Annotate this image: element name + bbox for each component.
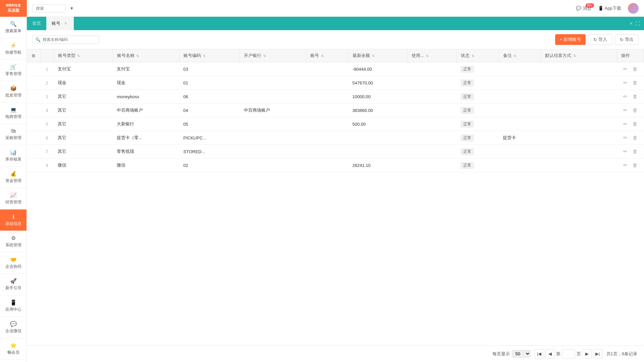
remark — [499, 159, 541, 172]
account-name: 零售抵现 — [113, 145, 179, 159]
message-button[interactable]: 💬 消息 99+ — [576, 5, 591, 11]
topbar-dropdown[interactable]: ▼ — [70, 6, 74, 11]
topbar-search-input[interactable] — [32, 4, 66, 12]
next-page-button[interactable]: ▶ — [582, 349, 592, 359]
accounts-table: ⚙ 账号类型 ⇅ 账号名称 ⇅ 账号编码 ⇅ 开户银行 ⇅ 账号 ⇅ 最新余额 … — [27, 49, 644, 172]
remark — [499, 90, 541, 104]
row-settings[interactable] — [27, 104, 40, 117]
maximize-icon[interactable]: ⛶ — [635, 21, 640, 26]
delete-button[interactable]: 🗑 — [631, 79, 640, 86]
table-row: 8 微信 微信 02 28241.10 正常 ✏ 🗑 — [27, 159, 644, 172]
row-settings[interactable] — [27, 62, 40, 76]
remark — [499, 117, 541, 131]
row-num: 3 — [40, 90, 54, 104]
opening-bank-col-header[interactable]: 开户银行 ⇅ — [240, 49, 306, 62]
delete-button[interactable]: 🗑 — [631, 162, 640, 169]
tab-account[interactable]: 账号× — [46, 17, 74, 30]
sidebar-label-purchase-mgmt: 采购管理 — [5, 135, 21, 141]
app-download-button[interactable]: 📱 App下载 — [598, 5, 621, 11]
row-actions: ✏ 🗑 — [617, 90, 644, 104]
row-settings[interactable] — [27, 117, 40, 131]
opening-bank — [240, 76, 306, 90]
sidebar-item-quick-nav[interactable]: ⚡快捷导航 — [0, 38, 26, 60]
opening-bank — [240, 62, 306, 76]
sidebar-item-operations-mgmt[interactable]: 📈经营管理 — [0, 188, 26, 209]
sidebar-item-membership[interactable]: ⭐畅会员 — [0, 338, 26, 360]
sidebar-item-starter-guide[interactable]: 🚀新手引导 — [0, 274, 26, 295]
search-input[interactable] — [43, 37, 96, 42]
sidebar-item-search-menu[interactable]: 🔍搜索菜单 — [0, 17, 26, 38]
edit-button[interactable]: ✏ — [621, 162, 630, 169]
account-type-col-header[interactable]: 账号类型 ⇅ — [54, 49, 113, 62]
settings-col-header[interactable]: ⚙ — [27, 49, 40, 62]
sidebar-icon-search-menu: 🔍 — [10, 21, 17, 27]
sidebar-item-purchase-mgmt[interactable]: 🛍采购管理 — [0, 124, 26, 145]
sidebar-item-ecommerce-mgmt[interactable]: 💻电商管理 — [0, 103, 26, 124]
account-code: 06 — [179, 90, 240, 104]
edit-button[interactable]: ✏ — [621, 107, 630, 114]
row-settings[interactable] — [27, 159, 40, 172]
row-settings[interactable] — [27, 76, 40, 90]
account-code-col-header[interactable]: 账号编码 ⇅ — [179, 49, 240, 62]
tab-home[interactable]: 首页 — [27, 17, 46, 30]
edit-button[interactable]: ✏ — [621, 120, 630, 128]
sidebar-icon-purchase-mgmt: 🛍 — [11, 128, 16, 134]
content-area: 🔍 + 新增账号 ↻ 导入 ↻ 导出 — [27, 30, 644, 362]
delete-button[interactable]: 🗑 — [631, 148, 640, 155]
sidebar-item-enterprise-agreement[interactable]: 🤝企业协同 — [0, 252, 26, 274]
add-account-button[interactable]: + 新增账号 — [555, 34, 586, 45]
page-nav: |◀ ◀ 第 1 页 ▶ ▶| — [535, 349, 602, 359]
close-tab-icon[interactable]: × — [630, 21, 633, 26]
table-row: 2 现金 现金 01 547670.00 正常 ✏ 🗑 — [27, 76, 644, 90]
status: 正常 — [457, 76, 499, 90]
delete-button[interactable]: 🗑 — [631, 93, 640, 100]
user-avatar[interactable] — [628, 3, 639, 14]
sidebar-item-wholesale-mgmt[interactable]: 📦批发管理 — [0, 81, 26, 103]
account-code: 04 — [179, 104, 240, 117]
prev-page-button[interactable]: ◀ — [545, 349, 555, 359]
page-number-input[interactable]: 1 — [562, 349, 575, 359]
default-settlement-col-header[interactable]: 默认结算方式 ⇅ — [541, 49, 617, 62]
table-toolbar: 🔍 + 新增账号 ↻ 导入 ↻ 导出 — [27, 30, 644, 49]
account-name-col-header[interactable]: 账号名称 ⇅ — [113, 49, 179, 62]
sidebar-item-retail-mgmt[interactable]: 🛒零售管理 — [0, 60, 26, 81]
import-icon: ↻ — [593, 37, 597, 42]
status-col-header[interactable]: 状态 ⇅ — [457, 49, 499, 62]
delete-button[interactable]: 🗑 — [631, 107, 640, 114]
last-page-button[interactable]: ▶| — [593, 349, 602, 359]
row-settings[interactable] — [27, 90, 40, 104]
sidebar-item-finance-mgmt[interactable]: 💰资金管理 — [0, 167, 26, 188]
sidebar-item-enterprise-wechat[interactable]: 💬企业微信 — [0, 317, 26, 338]
export-label: 导出 — [625, 37, 634, 43]
account-no — [306, 159, 348, 172]
search-icon: 🔍 — [35, 37, 41, 42]
import-button[interactable]: ↻ 导入 — [588, 34, 612, 45]
tab-close-account[interactable]: × — [63, 21, 68, 26]
export-button[interactable]: ↻ 导出 — [615, 34, 639, 45]
page-size-select[interactable]: 50 100 200 — [512, 350, 531, 358]
edit-button[interactable]: ✏ — [621, 134, 630, 141]
sidebar-item-inventory[interactable]: 📊库存核算 — [0, 145, 26, 167]
sidebar-item-app-center[interactable]: 📱应用中心 — [0, 295, 26, 317]
latest-balance-col-header[interactable]: 最新余额 ⇅ — [348, 49, 408, 62]
delete-button[interactable]: 🗑 — [631, 134, 640, 141]
remark: 提货卡 — [499, 131, 541, 145]
sidebar-item-system-mgmt[interactable]: ⚙系统管理 — [0, 231, 26, 252]
sidebar-label-app-center: 应用中心 — [5, 307, 21, 312]
sidebar-item-basic-info[interactable]: ℹ基础信息 — [0, 209, 26, 231]
remark-col-header[interactable]: 备注 ⇅ — [499, 49, 541, 62]
row-settings[interactable] — [27, 145, 40, 159]
edit-button[interactable]: ✏ — [621, 148, 630, 155]
row-settings[interactable] — [27, 131, 40, 145]
account-no — [306, 76, 348, 90]
delete-button[interactable]: 🗑 — [631, 65, 640, 72]
first-page-button[interactable]: |◀ — [535, 349, 544, 359]
usage-col-header[interactable]: 使用... ⇅ — [408, 49, 457, 62]
logo-text-top: 销售时生意 — [6, 3, 21, 8]
delete-button[interactable]: 🗑 — [631, 120, 640, 127]
account-no-col-header[interactable]: 账号 ⇅ — [306, 49, 348, 62]
row-num: 8 — [40, 159, 54, 172]
edit-button[interactable]: ✏ — [621, 79, 630, 86]
edit-button[interactable]: ✏ — [621, 93, 630, 100]
edit-button[interactable]: ✏ — [621, 65, 630, 73]
